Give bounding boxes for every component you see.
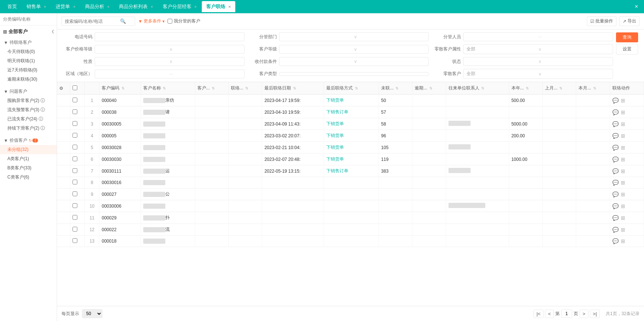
row-checkbox[interactable] (73, 215, 77, 220)
row-checkbox[interactable] (73, 180, 77, 184)
reset-button[interactable]: 设置 (616, 44, 638, 54)
contact-method-link[interactable]: 下销货单 (326, 156, 344, 162)
th-this-year[interactable]: 本年... ⇅ (509, 82, 542, 95)
tab-customer-tier[interactable]: 客户分层经客 × (158, 1, 201, 12)
manager-input[interactable]: ··· (463, 32, 613, 41)
tab-home[interactable]: 首页 (3, 1, 21, 12)
sidebar-item-class-c[interactable]: C类客户(6) (0, 173, 57, 182)
phone-input[interactable] (95, 32, 244, 41)
grid-action-icon[interactable]: ⊞ (621, 227, 625, 233)
page-input[interactable] (561, 310, 572, 318)
sidebar-item-overdue-pending[interactable]: 逾期未联络(30) (0, 75, 57, 84)
grid-action-icon[interactable]: ⊞ (621, 156, 625, 162)
sidebar-item-tomorrow-pending[interactable]: 明天待联络(1) (0, 56, 57, 66)
sidebar-item-class-b[interactable]: B类客户(33) (0, 163, 57, 173)
grid-action-icon[interactable]: ⊞ (621, 215, 625, 221)
th-last-contact-date[interactable]: 最后联络日期 ⇅ (262, 82, 324, 95)
sidebar-search-input[interactable] (3, 17, 57, 22)
tab-customer-tier-close[interactable]: × (194, 4, 197, 9)
per-page-select[interactable]: 50 100 (82, 309, 102, 318)
zero-customer-attr-select[interactable]: 全部 ∨ (463, 44, 613, 54)
grid-action-icon[interactable]: ⊞ (621, 168, 625, 174)
search-icon[interactable]: 🔍 (120, 18, 126, 24)
chat-icon[interactable]: 💬 (612, 215, 619, 221)
row-checkbox[interactable] (73, 156, 77, 161)
grid-action-icon[interactable]: ⊞ (621, 121, 625, 127)
region-input[interactable]: ··· (95, 70, 244, 78)
customer-level-select[interactable]: ∨ (279, 45, 429, 54)
tab-product-analysis[interactable]: 商品分析 × (81, 1, 114, 12)
tab-customer-contact[interactable]: 客户联络 × (202, 1, 235, 12)
sidebar-item-unclassified[interactable]: 未分组(32) (0, 145, 57, 154)
chat-icon[interactable]: 💬 (612, 98, 619, 103)
search-input[interactable] (65, 19, 120, 24)
th-type[interactable]: 客户... ⇅ (195, 82, 228, 95)
sidebar-item-hoarding-abnormal[interactable]: 囤购异常客户(2) ⓘ (0, 96, 57, 105)
dept-select[interactable]: ∨ (279, 32, 429, 41)
row-checkbox[interactable] (73, 227, 77, 232)
contact-method-link[interactable]: 下销货单 (326, 98, 344, 103)
grid-action-icon[interactable]: ⊞ (621, 145, 625, 151)
th-last-month[interactable]: 上月... ⇅ (543, 82, 576, 95)
th-this-month[interactable]: 本月... ⇅ (576, 82, 610, 95)
chat-icon[interactable]: 💬 (612, 227, 619, 233)
row-checkbox[interactable] (73, 238, 77, 243)
th-contact[interactable]: 联络... ⇅ (228, 82, 262, 95)
grid-action-icon[interactable]: ⊞ (621, 203, 625, 209)
sidebar-item-churn-warning[interactable]: 流失预警客户(3) ⓘ (0, 105, 57, 114)
more-conditions-btn[interactable]: ▼ 更多条件 ▾ (138, 18, 165, 24)
th-code[interactable]: 客户编码 ⇅ (99, 82, 141, 95)
chat-icon[interactable]: 💬 (612, 156, 619, 162)
grid-action-icon[interactable]: ⊞ (621, 238, 625, 244)
row-checkbox[interactable] (73, 168, 77, 173)
th-uncontacted[interactable]: 未联... ⇅ (379, 82, 412, 95)
batch-op-button[interactable]: ☑ 批量操作 (587, 16, 616, 26)
th-unit-contact[interactable]: 往来单位联系人 ⇅ (446, 82, 509, 95)
my-customers-checkbox[interactable] (168, 19, 172, 24)
chat-icon[interactable]: 💬 (612, 121, 619, 127)
all-customers-header[interactable]: ⊞ 全部客户 《 (0, 25, 57, 36)
export-button[interactable]: ↗ 导出 (619, 16, 640, 26)
row-checkbox[interactable] (73, 203, 77, 208)
contact-method-link[interactable]: 下销售订单 (326, 168, 348, 173)
chat-icon[interactable]: 💬 (612, 180, 619, 186)
grid-action-icon[interactable]: ⊞ (621, 191, 625, 197)
row-checkbox[interactable] (73, 98, 77, 102)
row-checkbox[interactable] (73, 145, 77, 149)
th-overdue[interactable]: 逾期... ⇅ (412, 82, 446, 95)
chat-icon[interactable]: 💬 (612, 109, 619, 115)
refresh-icon[interactable]: ↻ (29, 138, 32, 142)
grid-action-icon[interactable]: ⊞ (621, 133, 625, 139)
pending-group-title[interactable]: ▼ 待联络客户 (0, 38, 57, 47)
sidebar-item-7day-pending[interactable]: 近7天待联络(0) (0, 66, 57, 75)
sidebar-item-declining[interactable]: 持续下滑客户(2) ⓘ (0, 124, 57, 133)
window-close-button[interactable]: × (632, 2, 641, 11)
contact-method-link[interactable]: 下销货单 (326, 145, 344, 150)
tab-product-analysis-list-close[interactable]: × (151, 4, 153, 9)
row-checkbox[interactable] (73, 191, 77, 196)
prev-page-button[interactable]: < (545, 310, 554, 318)
grid-action-icon[interactable]: ⊞ (621, 180, 625, 186)
row-checkbox[interactable] (73, 109, 77, 114)
zero-customer-select[interactable]: 全部 ∨ (463, 69, 613, 79)
grid-action-icon[interactable]: ⊞ (621, 98, 625, 103)
payment-select[interactable]: ∨ (279, 57, 429, 66)
next-page-button[interactable]: > (580, 310, 588, 318)
tab-purchase-order[interactable]: 进货单 × (51, 1, 80, 12)
contact-method-link[interactable]: 下销货单 (326, 121, 344, 126)
chat-icon[interactable]: 💬 (612, 238, 619, 244)
status-select[interactable]: ∨ (463, 57, 613, 66)
chat-icon[interactable]: 💬 (612, 168, 619, 174)
tab-customer-contact-close[interactable]: × (228, 4, 230, 9)
query-button[interactable]: 查询 (616, 32, 638, 42)
last-page-button[interactable]: >| (590, 310, 600, 318)
price-level-select[interactable]: ∨ (95, 45, 244, 54)
value-group-title[interactable]: ▼ 价值客户 ↻ 7 (0, 136, 57, 145)
chat-icon[interactable]: 💬 (612, 191, 619, 197)
chat-icon[interactable]: 💬 (612, 203, 619, 209)
chat-icon[interactable]: 💬 (612, 133, 619, 139)
contact-method-link[interactable]: 下销售订单 (326, 109, 348, 114)
sidebar-item-today-pending[interactable]: 今天待联络(0) (0, 47, 57, 56)
contact-method-link[interactable]: 下销货单 (326, 133, 344, 138)
first-page-button[interactable]: |< (534, 310, 543, 318)
